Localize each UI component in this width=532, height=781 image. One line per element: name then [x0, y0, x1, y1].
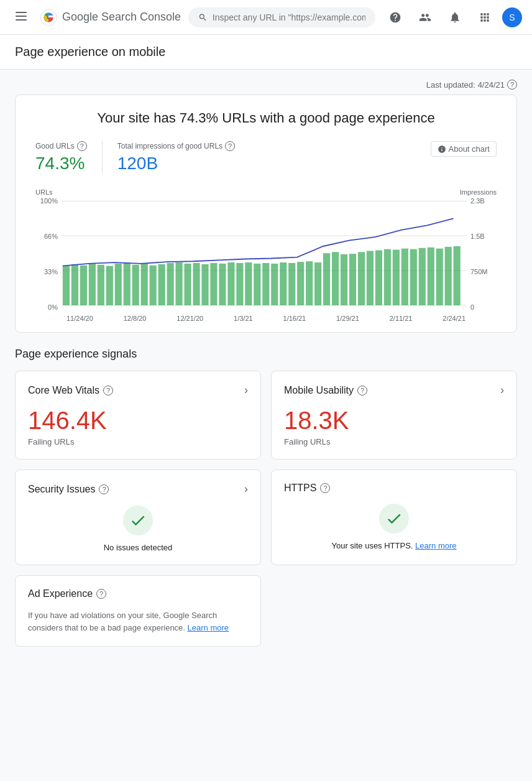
total-impressions-value: 120B — [117, 154, 235, 173]
mobile-usability-desc: Failing URLs — [284, 437, 504, 446]
total-impressions-help-icon[interactable]: ? — [225, 141, 235, 151]
svg-rect-23 — [193, 263, 200, 305]
https-help-icon[interactable]: ? — [320, 483, 330, 493]
header-actions: S — [383, 5, 522, 30]
svg-rect-16 — [132, 265, 139, 305]
svg-rect-42 — [358, 252, 365, 305]
stats-row: Good URLs ? 74.3% Total impressions of g… — [35, 141, 497, 173]
core-web-vitals-desc: Failing URLs — [28, 437, 248, 446]
avatar[interactable]: S — [502, 7, 522, 27]
svg-rect-38 — [323, 253, 330, 305]
svg-rect-51 — [436, 249, 443, 305]
svg-rect-17 — [141, 264, 148, 305]
good-urls-help-icon[interactable]: ? — [77, 141, 87, 151]
https-header: HTTPS ? — [284, 483, 504, 494]
y-right-title: Impressions — [459, 188, 497, 196]
notifications-icon — [449, 11, 461, 24]
https-check-icon — [385, 510, 403, 527]
svg-rect-20 — [167, 263, 174, 305]
manage-users-button[interactable] — [413, 5, 438, 30]
security-issues-header: Security Issues ? › — [28, 483, 248, 496]
last-updated-bar: Last updated: 4/24/21 ? — [15, 80, 517, 90]
svg-rect-0 — [16, 12, 27, 13]
about-chart-icon — [438, 145, 446, 154]
about-chart-button[interactable]: About chart — [431, 141, 497, 157]
security-issues-check-circle — [123, 506, 153, 535]
svg-rect-48 — [410, 249, 417, 305]
svg-rect-40 — [341, 254, 347, 305]
search-input[interactable] — [213, 12, 365, 22]
signals-section: Page experience signals Core Web Vitals … — [15, 348, 517, 647]
signals-grid: Core Web Vitals ? › 146.4K Failing URLs … — [15, 371, 517, 565]
notifications-button[interactable] — [443, 5, 467, 30]
x-axis-labels: 11/24/20 12/8/20 12/21/20 1/3/21 1/16/21… — [35, 312, 497, 322]
good-urls-value: 74.3% — [35, 154, 87, 173]
security-issues-arrow[interactable]: › — [244, 483, 248, 496]
page-title: Page experience on mobile — [15, 45, 517, 59]
mobile-usability-card: Mobile Usability ? › 18.3K Failing URLs — [271, 371, 517, 460]
svg-rect-9 — [71, 264, 78, 305]
help-button[interactable] — [383, 5, 408, 30]
core-web-vitals-arrow[interactable]: › — [244, 384, 248, 397]
menu-icon — [16, 11, 27, 24]
security-issues-body: No issues detected — [28, 506, 248, 552]
last-updated-label: Last updated: — [426, 80, 475, 90]
last-updated-help-icon[interactable]: ? — [507, 80, 517, 90]
total-impressions-label: Total impressions of good URLs ? — [117, 141, 235, 151]
apps-button[interactable] — [472, 5, 497, 30]
ad-experience-card: Ad Experience ? If you have ad violation… — [15, 575, 261, 647]
svg-rect-46 — [393, 250, 400, 305]
svg-rect-36 — [306, 261, 313, 305]
svg-rect-29 — [245, 262, 252, 305]
ad-experience-help-icon[interactable]: ? — [96, 589, 106, 599]
security-issues-help-icon[interactable]: ? — [99, 484, 109, 494]
svg-rect-37 — [314, 262, 321, 305]
https-body: Your site uses HTTPS. Learn more — [284, 504, 504, 550]
help-icon — [389, 11, 401, 24]
page-title-bar: Page experience on mobile — [0, 35, 532, 70]
mobile-usability-arrow[interactable]: › — [500, 384, 504, 397]
ad-experience-row: Ad Experience ? If you have ad violation… — [15, 575, 517, 647]
svg-rect-47 — [401, 249, 408, 305]
chart-wrapper: 100% 66% 33% 0% — [35, 197, 497, 312]
svg-rect-49 — [419, 248, 426, 305]
mobile-usability-header: Mobile Usability ? › — [284, 384, 504, 397]
svg-rect-34 — [288, 263, 295, 305]
headline-title: Your site has 74.3% URLs with a good pag… — [35, 110, 497, 126]
svg-rect-22 — [184, 264, 191, 305]
svg-rect-41 — [349, 254, 356, 305]
about-chart-label: About chart — [449, 144, 490, 154]
svg-rect-39 — [332, 252, 339, 305]
y-right-labels: 2.3B 1.5B 750M 0 — [467, 197, 497, 312]
last-updated-date: 4/24/21 — [478, 80, 505, 90]
search-bar[interactable] — [188, 7, 375, 27]
svg-rect-24 — [201, 264, 208, 305]
app-logo[interactable]: Google Search Console — [40, 9, 181, 26]
check-icon — [129, 512, 147, 529]
svg-rect-31 — [262, 263, 269, 305]
svg-rect-26 — [219, 264, 226, 305]
svg-rect-18 — [150, 266, 157, 305]
ad-experience-title: Ad Experience ? — [28, 588, 106, 599]
search-icon — [198, 12, 208, 22]
headline-card: Your site has 74.3% URLs with a good pag… — [15, 95, 517, 333]
core-web-vitals-value: 146.4K — [28, 407, 248, 435]
svg-rect-19 — [158, 264, 165, 305]
mobile-usability-help-icon[interactable]: ? — [357, 386, 367, 395]
https-learn-more-link[interactable]: Learn more — [415, 541, 456, 550]
svg-rect-8 — [63, 266, 70, 305]
svg-rect-1 — [16, 16, 27, 17]
core-web-vitals-help-icon[interactable]: ? — [103, 386, 113, 395]
chart-svg-wrapper — [62, 197, 467, 312]
https-title: HTTPS ? — [284, 483, 330, 494]
menu-button[interactable] — [10, 6, 32, 29]
svg-rect-30 — [254, 264, 260, 305]
app-name: Google Search Console — [62, 11, 181, 24]
svg-rect-52 — [445, 247, 452, 305]
ad-experience-desc: If you have ad violations on your site, … — [28, 609, 248, 634]
apps-icon — [479, 11, 491, 24]
svg-rect-12 — [98, 265, 104, 305]
svg-rect-14 — [115, 264, 122, 305]
ad-experience-learn-more-link[interactable]: Learn more — [188, 623, 229, 632]
good-urls-stat: Good URLs ? 74.3% — [35, 141, 103, 173]
